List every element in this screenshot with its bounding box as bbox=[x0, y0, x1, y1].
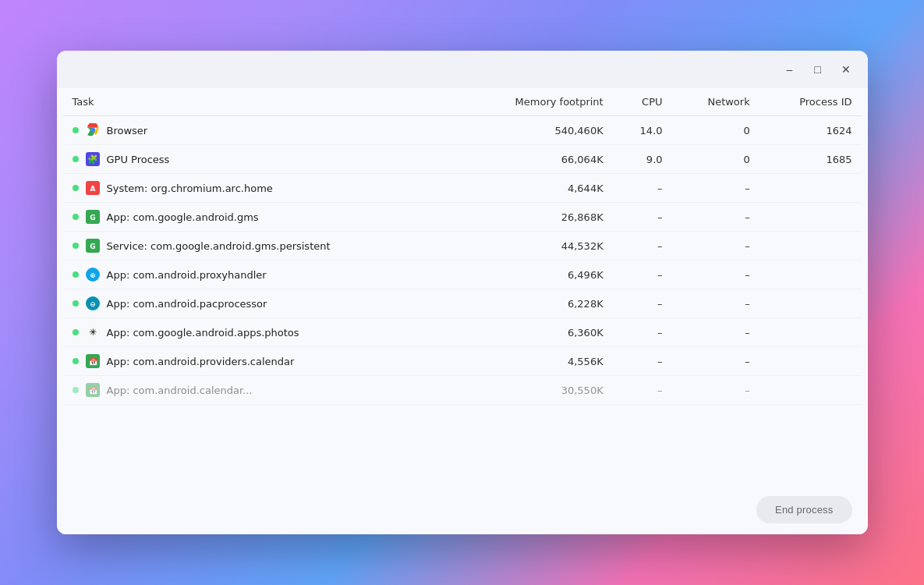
task-cell: Browser bbox=[63, 116, 460, 145]
pid-cell bbox=[759, 347, 862, 376]
column-header-cpu[interactable]: CPU bbox=[613, 88, 672, 116]
task-cell: ⊖ App: com.android.pacprocessor bbox=[63, 289, 460, 318]
task-icon-calendar: 📅 bbox=[85, 382, 101, 398]
memory-cell: 6,496K bbox=[459, 261, 612, 289]
pid-cell bbox=[759, 203, 862, 232]
cpu-cell: – bbox=[613, 289, 672, 318]
column-header-task[interactable]: Task bbox=[63, 88, 460, 116]
table-row[interactable]: 📅 App: com.android.calendar... 30,550K –… bbox=[63, 376, 862, 405]
task-name: App: com.google.android.apps.photos bbox=[107, 327, 299, 339]
network-cell: – bbox=[672, 289, 759, 318]
task-icon-chrome bbox=[85, 122, 101, 138]
table-row[interactable]: ⊕ App: com.android.proxyhandler 6,496K –… bbox=[63, 261, 862, 289]
pid-cell bbox=[759, 289, 862, 318]
task-cell: G Service: com.google.android.gms.persis… bbox=[63, 232, 460, 261]
minimize-icon: – bbox=[787, 63, 793, 76]
svg-text:G: G bbox=[90, 214, 95, 222]
svg-text:⊖: ⊖ bbox=[90, 300, 96, 308]
task-cell: 📅 App: com.android.calendar... bbox=[63, 376, 460, 405]
table-row[interactable]: ⊖ App: com.android.pacprocessor 6,228K –… bbox=[63, 289, 862, 318]
table-row[interactable]: G Service: com.google.android.gms.persis… bbox=[63, 232, 862, 261]
memory-cell: 540,460K bbox=[459, 116, 612, 145]
cpu-cell: – bbox=[613, 232, 672, 261]
memory-cell: 6,360K bbox=[459, 318, 612, 347]
table-row[interactable]: Browser 540,460K 14.0 0 1624 bbox=[63, 116, 862, 145]
task-icon-pac: ⊖ bbox=[85, 296, 101, 311]
status-dot bbox=[73, 300, 79, 307]
table-container[interactable]: Task Memory footprint CPU Network Proces… bbox=[57, 88, 868, 485]
task-cell: 🧩 GPU Process bbox=[63, 145, 460, 174]
task-name: App: com.android.pacprocessor bbox=[107, 298, 267, 310]
task-name: Browser bbox=[107, 125, 148, 136]
task-table: Task Memory footprint CPU Network Proces… bbox=[63, 88, 862, 405]
task-icon-photos: ✳ bbox=[85, 324, 101, 340]
cpu-cell: – bbox=[613, 261, 672, 289]
maximize-button[interactable]: □ bbox=[807, 58, 829, 80]
task-icon-gms: G bbox=[85, 238, 101, 254]
memory-cell: 44,532K bbox=[459, 232, 612, 261]
table-row[interactable]: A System: org.chromium.arc.home 4,644K –… bbox=[63, 174, 862, 203]
status-dot bbox=[73, 358, 79, 364]
memory-cell: 66,064K bbox=[459, 145, 612, 174]
column-header-pid[interactable]: Process ID bbox=[759, 88, 862, 116]
pid-cell bbox=[759, 318, 862, 347]
svg-point-2 bbox=[90, 128, 95, 133]
svg-text:🧩: 🧩 bbox=[87, 154, 98, 165]
minimize-button[interactable]: – bbox=[779, 58, 801, 80]
pid-cell bbox=[759, 261, 862, 289]
pid-cell bbox=[759, 376, 862, 405]
task-name: App: com.android.calendar... bbox=[107, 385, 253, 396]
svg-text:G: G bbox=[90, 243, 95, 250]
status-dot bbox=[73, 329, 79, 335]
column-header-network[interactable]: Network bbox=[672, 88, 759, 116]
table-row[interactable]: 🧩 GPU Process 66,064K 9.0 0 1685 bbox=[63, 145, 862, 174]
memory-cell: 6,228K bbox=[459, 289, 612, 318]
pid-cell bbox=[759, 232, 862, 261]
table-row[interactable]: G App: com.google.android.gms 26,868K – … bbox=[63, 203, 862, 232]
content-area: Task Memory footprint CPU Network Proces… bbox=[57, 88, 868, 485]
cpu-cell: 9.0 bbox=[613, 145, 672, 174]
status-dot bbox=[73, 243, 79, 249]
pid-cell bbox=[759, 174, 862, 203]
memory-cell: 4,556K bbox=[459, 347, 612, 376]
task-cell: A System: org.chromium.arc.home bbox=[63, 174, 460, 203]
memory-cell: 26,868K bbox=[459, 203, 612, 232]
table-header-row: Task Memory footprint CPU Network Proces… bbox=[63, 88, 862, 116]
status-dot bbox=[73, 127, 79, 133]
svg-text:⊕: ⊕ bbox=[90, 271, 96, 279]
network-cell: 0 bbox=[672, 145, 759, 174]
cpu-cell: – bbox=[613, 347, 672, 376]
task-name: Service: com.google.android.gms.persiste… bbox=[107, 240, 331, 252]
network-cell: – bbox=[672, 174, 759, 203]
task-name: System: org.chromium.arc.home bbox=[107, 183, 273, 194]
close-button[interactable]: ✕ bbox=[835, 58, 857, 80]
memory-cell: 30,550K bbox=[459, 376, 612, 405]
footer: End process bbox=[57, 485, 868, 534]
titlebar: – □ ✕ bbox=[57, 51, 868, 88]
network-cell: – bbox=[672, 232, 759, 261]
task-icon-proxy: ⊕ bbox=[85, 267, 101, 282]
table-row[interactable]: 📅 App: com.android.providers.calendar 4,… bbox=[63, 347, 862, 376]
network-cell: – bbox=[672, 376, 759, 405]
svg-text:✳: ✳ bbox=[88, 327, 96, 338]
maximize-icon: □ bbox=[814, 63, 820, 76]
pid-cell: 1685 bbox=[759, 145, 862, 174]
svg-text:A: A bbox=[90, 185, 95, 193]
task-name: App: com.android.proxyhandler bbox=[107, 269, 267, 281]
pid-cell: 1624 bbox=[759, 116, 862, 145]
close-icon: ✕ bbox=[841, 63, 851, 76]
table-row[interactable]: ✳ App: com.google.android.apps.photos 6,… bbox=[63, 318, 862, 347]
column-header-memory[interactable]: Memory footprint bbox=[459, 88, 612, 116]
task-icon-calendar: 📅 bbox=[85, 353, 101, 369]
cpu-cell: – bbox=[613, 318, 672, 347]
status-dot bbox=[73, 156, 79, 162]
task-manager-window: – □ ✕ Task Memory footprint CPU Network … bbox=[57, 51, 868, 534]
task-name: GPU Process bbox=[107, 154, 170, 165]
task-icon-arc: A bbox=[85, 180, 101, 196]
network-cell: – bbox=[672, 318, 759, 347]
task-cell: G App: com.google.android.gms bbox=[63, 203, 460, 232]
memory-cell: 4,644K bbox=[459, 174, 612, 203]
cpu-cell: – bbox=[613, 203, 672, 232]
end-process-button[interactable]: End process bbox=[756, 496, 851, 523]
cpu-cell: 14.0 bbox=[613, 116, 672, 145]
